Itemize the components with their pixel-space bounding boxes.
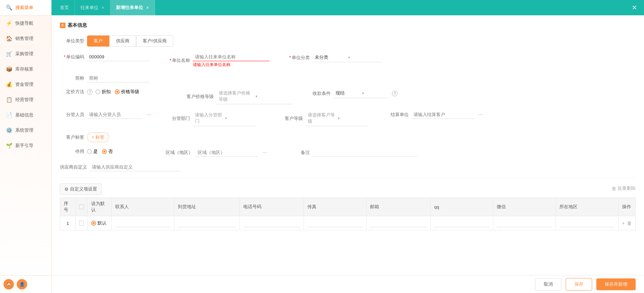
form-content: F 基本信息 单位类型 客户 供应商 客户/供应商 *单位编码 bbox=[52, 15, 644, 275]
row-checkbox[interactable] bbox=[79, 221, 84, 226]
sidebar-item-system[interactable]: ⚙️ 系统管理 bbox=[0, 123, 51, 138]
header-checkbox[interactable] bbox=[79, 204, 84, 209]
row-seq: 1 bbox=[60, 216, 76, 230]
delete-row-btn[interactable]: 🗑 bbox=[627, 220, 632, 226]
window-close-btn[interactable]: ✕ bbox=[628, 4, 641, 11]
tab-home[interactable]: 首页 bbox=[54, 0, 75, 15]
unit-code-label: *单位编码 bbox=[60, 54, 84, 60]
contact-input[interactable] bbox=[115, 219, 171, 227]
custom-settings-btn[interactable]: ⚙ 自定义项设置 bbox=[60, 184, 102, 195]
unit-code-input[interactable] bbox=[87, 53, 150, 61]
sidebar-item-label: 销售管理 bbox=[15, 35, 33, 42]
unit-type-label: 单位类型 bbox=[60, 38, 84, 44]
unit-type-row: 单位类型 客户 供应商 客户/供应商 bbox=[60, 35, 636, 47]
region-input[interactable] bbox=[196, 148, 258, 157]
email-input[interactable] bbox=[370, 219, 427, 227]
sidebar-item-basic-info[interactable]: 📄 基础信息 bbox=[0, 107, 51, 123]
manager-label: 分管人员 bbox=[60, 112, 84, 118]
payment-terms-help-icon[interactable]: ? bbox=[392, 91, 398, 96]
search-icon: 🔍 bbox=[6, 4, 13, 11]
disabled-radio-no[interactable]: 否 bbox=[102, 148, 113, 155]
disabled-radio-yes[interactable]: 是 bbox=[87, 148, 98, 155]
settlement-unit-input[interactable] bbox=[411, 111, 474, 119]
sidebar-item-beginner[interactable]: 🌱 新手引导 bbox=[0, 138, 51, 153]
area-input[interactable] bbox=[559, 219, 615, 227]
sidebar-item-finance[interactable]: 💰 资金管理 bbox=[0, 77, 51, 92]
phone-input[interactable] bbox=[243, 219, 300, 227]
save-button[interactable]: 保存 bbox=[566, 278, 592, 291]
customer-level-select[interactable]: 请选择客户等级 ▾ bbox=[306, 111, 368, 126]
wechat-input[interactable] bbox=[497, 219, 552, 227]
type-btn-supplier[interactable]: 供应商 bbox=[109, 35, 136, 47]
type-btn-customer[interactable]: 客户 bbox=[87, 35, 109, 47]
col-email: 邮箱 bbox=[367, 198, 431, 216]
pricing-radio-discount[interactable]: 折扣 bbox=[95, 89, 111, 95]
payment-terms-select[interactable]: 现结 ▾ bbox=[333, 89, 389, 98]
remarks-label: 备注 bbox=[285, 149, 310, 156]
sidebar: 🔍 搜索菜单 ⚡ 快捷导航 🏠 销售管理 🛒 采购管理 📦 库存核算 💰 资金管… bbox=[0, 0, 52, 293]
tab-close-icon[interactable]: ✕ bbox=[146, 6, 149, 10]
type-btn-both[interactable]: 客户/供应商 bbox=[136, 35, 173, 47]
tab-partner-list[interactable]: 往来单位 ✕ bbox=[75, 0, 110, 15]
section-header: F 基本信息 bbox=[60, 22, 636, 29]
department-select[interactable]: 请输入分管部门 ▾ bbox=[193, 111, 256, 126]
unit-name-error: 请输入往来单位名称 bbox=[193, 62, 269, 68]
batch-delete-btn[interactable]: 🗑 批量删除 bbox=[612, 185, 636, 192]
pricing-radio-price-level[interactable]: 价格等级 bbox=[115, 89, 139, 95]
address-input[interactable] bbox=[178, 219, 236, 227]
supplier-custom-input[interactable] bbox=[90, 163, 180, 171]
customer-level-label: 客户等级 bbox=[278, 115, 303, 122]
region-more-btn[interactable]: ··· bbox=[261, 149, 268, 156]
cancel-button[interactable]: 取消 bbox=[535, 278, 561, 291]
short-name-label: 简称 bbox=[60, 75, 84, 81]
discount-radio-circle bbox=[95, 89, 100, 94]
row-contact bbox=[111, 216, 174, 230]
sidebar-item-operations[interactable]: 📋 经营管理 bbox=[0, 92, 51, 107]
col-action: 操作 bbox=[618, 198, 635, 216]
gear-icon: ⚙ bbox=[64, 187, 69, 192]
add-tag-btn[interactable]: + 标签 bbox=[87, 132, 109, 142]
bottom-bar: 取消 保存 保存并新增 bbox=[52, 275, 644, 293]
remarks-input[interactable] bbox=[313, 148, 417, 157]
row-qq bbox=[431, 216, 493, 230]
fax-input[interactable] bbox=[307, 219, 363, 227]
user-footer-btn[interactable]: 👤 bbox=[17, 279, 27, 290]
short-name-input[interactable] bbox=[87, 74, 150, 82]
tab-new-partner[interactable]: 新增往来单位 ✕ bbox=[110, 0, 155, 15]
chevron-down-icon: ▾ bbox=[362, 91, 387, 96]
sidebar-item-label: 采购管理 bbox=[15, 51, 33, 57]
pricing-row: 定价方法 ? 折扣 价格等级 客户价格等级 请选择客户价格等 bbox=[60, 89, 636, 104]
sales-icon: 🏠 bbox=[6, 35, 13, 42]
sidebar-item-sales[interactable]: 🏠 销售管理 bbox=[0, 31, 51, 46]
home-footer-btn[interactable]: 🏠 bbox=[3, 279, 14, 290]
tags-row: 客户标签 + 标签 bbox=[60, 132, 636, 142]
sidebar-item-inventory[interactable]: 📦 库存核算 bbox=[0, 62, 51, 77]
sidebar-item-purchase[interactable]: 🛒 采购管理 bbox=[0, 46, 51, 62]
tab-label: 往来单位 bbox=[80, 5, 99, 11]
chevron-down-icon: ▾ bbox=[348, 55, 380, 60]
manager-input[interactable] bbox=[87, 111, 143, 119]
operations-icon: 📋 bbox=[6, 96, 13, 103]
tab-close-icon[interactable]: ✕ bbox=[101, 6, 104, 10]
manager-more-btn[interactable]: ··· bbox=[146, 112, 153, 118]
unit-name-input[interactable] bbox=[193, 53, 269, 61]
payment-terms-group: 收款条件 现结 ▾ ? bbox=[306, 89, 398, 98]
unit-name-label: *单位名称 bbox=[166, 57, 190, 64]
unit-category-select[interactable]: 未分类 ▾ bbox=[313, 53, 382, 62]
add-row-btn[interactable]: + bbox=[622, 220, 625, 226]
qq-input[interactable] bbox=[434, 219, 489, 227]
unit-type-group: 单位类型 客户 供应商 客户/供应商 bbox=[60, 35, 636, 47]
tags-group: 客户标签 + 标签 bbox=[60, 132, 636, 142]
batch-delete-label: 批量删除 bbox=[618, 185, 636, 192]
settlement-unit-more-btn[interactable]: ··· bbox=[477, 112, 484, 118]
tab-bar: 首页 往来单位 ✕ 新增往来单位 ✕ ✕ bbox=[52, 0, 644, 15]
sidebar-item-quick-nav[interactable]: ⚡ 快捷导航 bbox=[0, 16, 51, 31]
divider bbox=[60, 178, 636, 178]
save-and-new-button[interactable]: 保存并新增 bbox=[596, 278, 636, 290]
row-fax bbox=[304, 216, 367, 230]
pricing-help-icon[interactable]: ? bbox=[87, 89, 93, 95]
customer-price-level-select[interactable]: 请选择客户价格等级 ▾ bbox=[217, 89, 293, 104]
row-checkbox-cell bbox=[76, 216, 88, 230]
row-default-radio[interactable]: 默认 bbox=[91, 220, 108, 226]
sidebar-item-search[interactable]: 🔍 搜索菜单 bbox=[0, 0, 51, 16]
